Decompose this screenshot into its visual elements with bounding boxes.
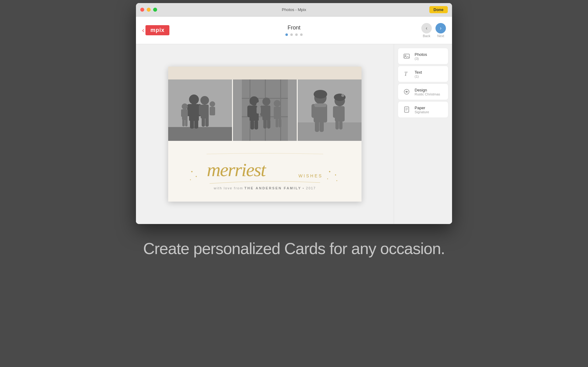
wishes-text: WISHES [298, 173, 323, 178]
back-nav-label: Back [423, 34, 430, 38]
titlebar: Photos - Mpix Done [136, 3, 452, 17]
svg-point-46 [256, 102, 261, 107]
tagline-text: Create personalized Cards for any occasi… [143, 240, 445, 257]
svg-rect-14 [205, 117, 209, 127]
design-label: Design [415, 88, 440, 92]
maximize-button[interactable] [153, 8, 157, 12]
minimize-button[interactable] [147, 8, 151, 12]
dot-3[interactable] [295, 33, 298, 36]
svg-rect-64 [335, 120, 339, 129]
svg-rect-22 [210, 107, 215, 115]
svg-point-15 [182, 103, 188, 110]
app-header: ‹ mpix Front ‹ Back [136, 17, 452, 44]
sidebar-item-photos[interactable]: Photos (3) [398, 48, 448, 64]
svg-text:T: T [404, 71, 408, 77]
next-nav-wrapper: › Next [435, 23, 446, 38]
svg-rect-55 [315, 121, 319, 132]
svg-text:✦: ✦ [336, 180, 338, 182]
svg-rect-74 [404, 54, 409, 58]
back-nav-button[interactable]: ‹ [421, 23, 432, 33]
svg-point-42 [274, 100, 280, 107]
photos-sublabel: (3) [415, 57, 427, 60]
svg-point-21 [210, 101, 215, 107]
mpix-logo: mpix [145, 25, 169, 35]
svg-rect-43 [274, 107, 280, 119]
subtitle-row: with love from THE ANDERSEN FAMILY • 201… [214, 186, 316, 190]
text-icon: T [402, 70, 411, 78]
photos-text: Photos (3) [415, 52, 427, 60]
sidebar-item-design[interactable]: Design Rustic Christmas [398, 83, 448, 100]
svg-point-9 [200, 96, 209, 105]
design-sublabel: Rustic Christmas [415, 92, 440, 96]
svg-rect-63 [336, 106, 340, 118]
next-nav-button[interactable]: › [435, 23, 446, 33]
merriest-svg: merriest [204, 156, 296, 181]
svg-rect-47 [257, 107, 261, 114]
svg-rect-57 [314, 103, 327, 107]
photos-icon [402, 52, 411, 60]
close-button[interactable] [140, 8, 144, 12]
back-arrow-icon: ‹ [142, 26, 144, 34]
text-label: Text [415, 70, 422, 75]
year-text: • 2017 [303, 186, 316, 190]
design-section-text: Design Rustic Christmas [415, 88, 440, 96]
card-text-area: ✦ ✦ ✦ merriest [168, 141, 362, 202]
back-button[interactable]: ‹ mpix [142, 25, 169, 35]
page-title: Front [288, 25, 300, 31]
app-content: ‹ mpix Front ‹ Back [136, 17, 452, 224]
svg-text:✦: ✦ [190, 179, 191, 181]
card-photo-2[interactable] [232, 79, 297, 141]
card-photo-3[interactable] [297, 79, 362, 141]
svg-rect-11 [199, 105, 202, 115]
text-sublabel: (1) [415, 75, 422, 78]
back-nav-wrapper: ‹ Back [421, 23, 432, 38]
svg-rect-56 [319, 121, 324, 132]
card: ✦ ✦ ✦ merriest [168, 67, 362, 202]
svg-rect-7 [190, 119, 194, 129]
header-center: Front [285, 25, 303, 36]
sidebar-item-paper[interactable]: Paper Signature [398, 101, 448, 118]
next-nav-icon: › [440, 25, 441, 31]
design-icon [402, 87, 411, 96]
with-love-from: with love from [214, 186, 243, 190]
svg-rect-12 [206, 105, 209, 115]
text-section-text: Text (1) [415, 70, 422, 78]
card-photos-row [168, 79, 362, 141]
card-top-band [168, 67, 362, 79]
svg-rect-79 [404, 107, 409, 112]
svg-rect-18 [185, 109, 188, 117]
dot-4[interactable] [300, 33, 303, 36]
svg-point-60 [341, 94, 344, 97]
wishes-block: WISHES [298, 173, 323, 178]
svg-point-78 [406, 91, 407, 92]
card-photo-1[interactable] [168, 79, 232, 141]
sparkle-right: ✦ ✦ ✦ ✦ [325, 167, 341, 182]
dot-1[interactable] [285, 33, 288, 36]
family-name: THE ANDERSEN FAMILY [244, 186, 301, 190]
done-button[interactable]: Done [429, 6, 448, 13]
main-layout: ✦ ✦ ✦ merriest [136, 44, 452, 224]
app-window: Photos - Mpix Done ‹ mpix Front [136, 3, 452, 224]
svg-rect-45 [279, 119, 281, 127]
dot-2[interactable] [290, 33, 293, 36]
svg-rect-19 [182, 119, 185, 126]
next-nav-label: Next [437, 34, 444, 38]
script-text-container: merriest [204, 156, 296, 182]
decorative-line-top [207, 153, 323, 156]
svg-point-36 [262, 98, 270, 106]
canvas-area: ✦ ✦ ✦ merriest [136, 44, 394, 224]
svg-rect-2 [168, 127, 232, 141]
svg-rect-8 [194, 119, 198, 129]
nav-buttons: ‹ Back › Next [421, 23, 446, 38]
svg-rect-40 [263, 119, 267, 129]
svg-text:merriest: merriest [207, 159, 266, 180]
svg-rect-39 [267, 106, 270, 116]
paper-sublabel: Signature [415, 110, 429, 114]
svg-text:✦: ✦ [191, 170, 193, 173]
svg-rect-17 [181, 109, 184, 117]
svg-rect-44 [276, 119, 278, 127]
paper-section-text: Paper Signature [415, 106, 429, 114]
traffic-lights [140, 8, 157, 12]
sidebar-item-text[interactable]: T Text (1) [398, 66, 448, 82]
svg-rect-13 [202, 117, 205, 127]
